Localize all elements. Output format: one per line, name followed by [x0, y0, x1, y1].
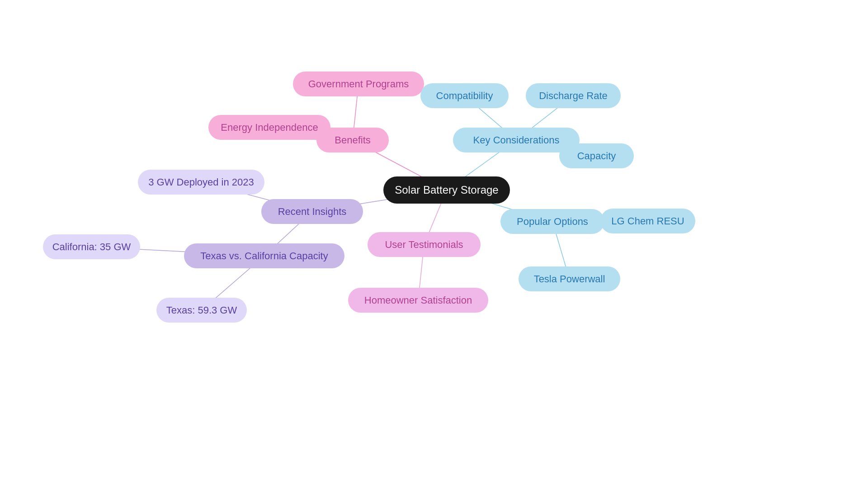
node-capacity[interactable]: Capacity	[559, 143, 634, 168]
node-tesla-powerwall[interactable]: Tesla Powerwall	[519, 266, 620, 291]
node-recent-insights[interactable]: Recent Insights	[261, 199, 363, 224]
node-gov-programs[interactable]: Government Programs	[293, 71, 424, 96]
node-energy-independence[interactable]: Energy Independence	[208, 115, 330, 140]
node-tx-vs-ca[interactable]: Texas vs. California Capacity	[184, 243, 344, 268]
node-popular-options[interactable]: Popular Options	[500, 209, 604, 234]
node-homeowner-satisfaction[interactable]: Homeowner Satisfaction	[348, 288, 488, 313]
node-texas[interactable]: Texas: 59.3 GW	[156, 298, 247, 323]
node-california[interactable]: California: 35 GW	[43, 234, 140, 259]
node-lg-chem[interactable]: LG Chem RESU	[600, 209, 695, 233]
node-center[interactable]: Solar Battery Storage	[383, 176, 510, 204]
node-user-testimonials[interactable]: User Testimonials	[368, 232, 481, 257]
mind-map-svg: Solar Battery StorageBenefitsGovernment …	[0, 0, 868, 490]
node-compatibility[interactable]: Compatibility	[420, 83, 509, 108]
node-deployed-2023[interactable]: 3 GW Deployed in 2023	[138, 170, 264, 195]
node-discharge-rate[interactable]: Discharge Rate	[526, 83, 621, 108]
